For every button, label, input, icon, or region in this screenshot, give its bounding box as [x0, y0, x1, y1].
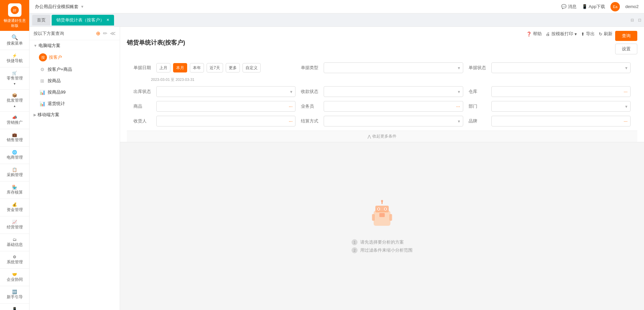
tab-close-icon[interactable]: ✕	[106, 18, 109, 22]
sidebar-item-ecommerce[interactable]: 🌐 电商管理	[0, 147, 29, 164]
refresh-btn[interactable]: ↻ 刷新	[599, 31, 612, 37]
brand-input[interactable]: ···	[491, 116, 631, 126]
print-icon: 🖨	[546, 32, 550, 37]
tab-minimize-icon[interactable]: ⊟	[631, 18, 634, 22]
goods-label: 商品	[133, 103, 154, 109]
filter-docstatus-row: 单据状态 ▾	[469, 62, 631, 73]
svg-rect-9	[372, 214, 375, 221]
receiver-label: 收货人	[133, 118, 154, 124]
outstatus-input[interactable]: ▾	[156, 86, 296, 97]
tree-desktop-section[interactable]: ▼ 电脑端方案	[30, 40, 120, 51]
page-actions: ❓ 帮助 🖨 按模板打印 ▾ ⬆ 导出	[526, 31, 612, 37]
scheme-item-goods99[interactable]: 📊 按商品99	[35, 87, 120, 98]
goods-input[interactable]: ···	[156, 101, 296, 112]
scheme-customer-goods-label: 按客户+商品	[48, 66, 72, 72]
filter-receiver-row: 收货人 ···	[133, 116, 296, 126]
dept-input[interactable]: ▾	[491, 101, 631, 112]
sidebar-item-newuser[interactable]: 🆕 新手引导	[0, 286, 29, 304]
settings-button[interactable]: 设置	[615, 44, 637, 54]
sidebar-item-quick-nav[interactable]: ⚡ 快捷导航	[0, 50, 29, 67]
dept-arrow-icon: ▾	[625, 104, 628, 109]
collapse-bar[interactable]: ⋀ 收起更多条件	[127, 131, 637, 142]
sidebar-item-retail[interactable]: 🛒 零售管理 ▾	[0, 67, 29, 90]
step-1-text: 请先选择要分析的方案	[360, 239, 404, 245]
scheme-goods-icon: ⊞	[39, 78, 46, 84]
sidebar-item-appcenter[interactable]: 📱 应用中心	[0, 304, 29, 310]
sidebar-item-finance[interactable]: 💰 资金管理	[0, 199, 29, 216]
salesperson-input[interactable]: ···	[324, 101, 463, 112]
doctype-input[interactable]: ▾	[324, 62, 463, 73]
download-icon: 📱	[582, 4, 587, 9]
date-btn-lastmonth[interactable]: 上月	[156, 63, 170, 72]
page-title: 销货单统计表(按客户)	[127, 39, 185, 47]
brand-dots-icon: ···	[624, 118, 628, 124]
svg-rect-10	[389, 214, 392, 221]
sidebar-item-marketing[interactable]: 📣 营销推广	[0, 112, 29, 129]
tab-maximize-icon[interactable]: ⊡	[638, 18, 641, 22]
date-buttons-row: 上月 本月 本年 近7天 更多 自定义	[156, 63, 296, 72]
filter-collectstatus-row: 收款状态 ▾	[301, 86, 463, 97]
scheme-item-customer[interactable]: 按 按客户	[35, 51, 120, 64]
filter-date-row: 单据日期 上月 本月 本年 近7天 更多 自定义	[133, 62, 296, 73]
refresh-icon: ↻	[599, 32, 602, 37]
dept-label: 部门	[469, 103, 489, 109]
tab-home[interactable]: 首页	[32, 15, 50, 25]
collapse-scheme-icon[interactable]: ≪	[110, 30, 116, 37]
sidebar-item-sales[interactable]: 💼 销售管理	[0, 129, 29, 147]
filter-goods-row: 商品 ···	[133, 101, 296, 112]
sidebar-item-wholesale[interactable]: 📦 批发管理 ▴	[0, 90, 29, 112]
add-scheme-icon[interactable]: ⊕	[96, 30, 100, 37]
collectstatus-input[interactable]: ▾	[324, 86, 463, 97]
tree-mobile-section[interactable]: ▶ 移动端方案	[30, 109, 120, 120]
platform-dropdown-arrow[interactable]: ▾	[81, 4, 84, 9]
sidebar-item-search[interactable]: 🔍 搜索菜单	[0, 31, 29, 50]
scheme-item-customer-goods[interactable]: ⚙ 按客户+商品	[35, 64, 120, 75]
sidebar-item-enterprise[interactable]: 🤝 企业协同	[0, 269, 29, 286]
date-range-display: 2023-03-01 至 2023-03-31	[151, 77, 195, 82]
help-btn[interactable]: ❓ 帮助	[526, 31, 542, 37]
docstatus-input[interactable]: ▾	[491, 62, 631, 73]
step-num-2: 2	[352, 247, 358, 253]
receiver-input[interactable]: ···	[156, 116, 296, 126]
sidebar-item-operations[interactable]: 📈 经营管理	[0, 216, 29, 234]
logo-icon: 好	[8, 3, 21, 17]
goods-dots-icon: ···	[289, 104, 293, 109]
sidebar-item-stock[interactable]: 🏪 库存核算	[0, 182, 29, 199]
tab-sales-report[interactable]: 销货单统计表（按客户） ✕	[52, 15, 114, 25]
app-download-btn[interactable]: 📱 App下载	[582, 4, 605, 10]
date-btn-thismonth[interactable]: 本月	[173, 63, 187, 72]
scheme-item-goods[interactable]: ⊞ 按商品	[35, 75, 120, 87]
svg-text:好: 好	[13, 8, 16, 12]
scheme-item-return[interactable]: 📊 退货统计	[35, 98, 120, 109]
date-btn-7days[interactable]: 近7天	[207, 63, 223, 72]
user-avatar[interactable]: Ea	[610, 2, 620, 11]
export-btn[interactable]: ⬆ 导出	[581, 31, 595, 37]
tree-expand-mobile-icon: ▶	[34, 113, 36, 117]
empty-step-2: 2 用过滤条件来缩小分析范围	[352, 247, 413, 253]
sidebar-item-basic[interactable]: 🗂 基础信息	[0, 234, 29, 251]
date-btn-custom[interactable]: 自定义	[243, 63, 261, 72]
warehouse-input[interactable]: ···	[491, 86, 631, 97]
message-btn[interactable]: 💬 消息	[561, 4, 577, 10]
query-button[interactable]: 查询	[615, 31, 637, 41]
user-name[interactable]: demo2	[625, 4, 639, 9]
date-label: 单据日期	[133, 65, 154, 71]
scheme-customer-icon: 按	[39, 53, 47, 61]
tab-bar: 首页 销货单统计表（按客户） ✕ ⊟ ⊡	[30, 13, 644, 27]
print-btn[interactable]: 🖨 按模板打印 ▾	[546, 31, 577, 37]
settle-input[interactable]: ▾	[324, 116, 463, 126]
date-btn-more[interactable]: 更多	[226, 63, 240, 72]
edit-scheme-icon[interactable]: ✏	[103, 30, 107, 37]
sidebar-item-system[interactable]: ⚙ 系统管理	[0, 251, 29, 269]
docstatus-label: 单据状态	[469, 65, 489, 71]
date-btn-thisyear[interactable]: 本年	[190, 63, 204, 72]
platform-title-row: 办公用品行业模拟账套 ▾	[35, 4, 84, 10]
sidebar-item-purchase[interactable]: 📋 采购管理	[0, 164, 29, 182]
filter-salesperson-row: 业务员 ···	[301, 101, 463, 112]
collapse-arrow-icon: ⋀	[368, 134, 371, 139]
export-label: 导出	[586, 31, 595, 37]
header-right: 💬 消息 📱 App下载 Ea demo2	[561, 2, 639, 11]
scheme-return-label: 退货统计	[48, 101, 65, 107]
step-num-1: 1	[352, 239, 358, 245]
scheme-return-icon: 📊	[39, 100, 46, 107]
